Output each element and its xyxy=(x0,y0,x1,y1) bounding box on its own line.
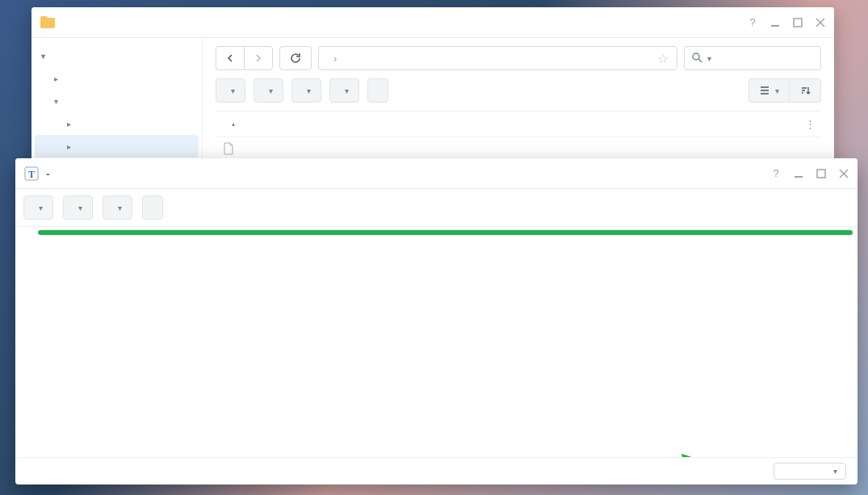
close-icon[interactable] xyxy=(838,168,849,179)
nav-back-button[interactable] xyxy=(216,46,244,70)
caret-down-icon: ▾ xyxy=(54,97,62,106)
editor-content[interactable] xyxy=(54,230,858,457)
view-list-button[interactable]: ▾ xyxy=(748,78,789,103)
file-station-app-icon xyxy=(40,15,56,31)
chevron-down-icon[interactable]: ▾ xyxy=(707,54,711,63)
maximize-icon[interactable] xyxy=(816,168,827,179)
tree-item-recycle[interactable]: ▸ xyxy=(35,112,199,135)
favorite-star-icon[interactable]: ☆ xyxy=(657,51,669,66)
table-header: ▴ ⋮ xyxy=(216,111,821,137)
close-icon[interactable] xyxy=(815,17,826,28)
caret-down-icon: ▾ xyxy=(41,52,49,61)
tree-item-pxeboot[interactable]: ▾ xyxy=(35,90,199,112)
chevron-right-icon: › xyxy=(333,52,337,65)
text-editor-title: - xyxy=(46,167,50,180)
tree-root[interactable]: ▾ xyxy=(35,44,199,67)
file-table: ▴ ⋮ xyxy=(216,111,821,163)
syntax-select[interactable]: ▾ xyxy=(774,463,846,480)
text-editor-app-icon: T xyxy=(23,166,40,182)
file-station-titlebar: ? xyxy=(31,7,834,38)
sort-button[interactable] xyxy=(789,78,821,103)
nav-buttons xyxy=(216,46,273,70)
svg-rect-3 xyxy=(794,19,802,27)
search-menu-button[interactable]: ▾ xyxy=(103,195,132,220)
svg-rect-17 xyxy=(817,170,825,178)
upload-button[interactable]: ▾ xyxy=(254,78,283,103)
breadcrumb[interactable]: › ☆ xyxy=(318,46,677,70)
text-editor-toolbar: ▾ ▾ ▾ xyxy=(15,189,858,227)
caret-right-icon: ▸ xyxy=(54,74,62,83)
editor-area[interactable] xyxy=(15,227,858,457)
nav-forward-button[interactable] xyxy=(244,46,273,70)
tree-item-files[interactable]: ▸ xyxy=(35,67,199,90)
tree-item-pxelinux-cfg[interactable]: ▸ xyxy=(35,135,199,157)
file-menu-button[interactable]: ▾ xyxy=(23,195,53,220)
tools-button[interactable]: ▾ xyxy=(329,78,359,103)
search-input[interactable] xyxy=(716,52,834,65)
search-icon xyxy=(691,52,702,65)
col-name-header[interactable]: ▴ xyxy=(216,120,450,128)
sort-asc-icon: ▴ xyxy=(232,120,235,128)
col-menu-icon[interactable]: ⋮ xyxy=(799,118,821,130)
svg-line-7 xyxy=(698,59,702,62)
file-station-window-controls: ? xyxy=(747,17,826,28)
settings-button[interactable] xyxy=(367,78,388,103)
edit-menu-button[interactable]: ▾ xyxy=(63,195,93,220)
maximize-icon[interactable] xyxy=(792,17,803,28)
help-icon[interactable]: ? xyxy=(770,168,782,179)
text-editor-titlebar: T - ? xyxy=(15,158,858,189)
preferences-button[interactable] xyxy=(142,195,163,220)
help-icon[interactable]: ? xyxy=(747,17,758,28)
svg-point-6 xyxy=(693,53,699,60)
action-button[interactable]: ▾ xyxy=(291,78,321,103)
create-button[interactable]: ▾ xyxy=(216,78,245,103)
text-editor-statusbar: ▾ xyxy=(15,457,858,485)
search-box[interactable]: ▾ xyxy=(684,46,821,70)
caret-right-icon: ▸ xyxy=(67,120,75,128)
svg-rect-1 xyxy=(40,16,48,20)
svg-text:T: T xyxy=(28,168,36,180)
caret-right-icon: ▸ xyxy=(67,142,75,151)
line-number-gutter xyxy=(15,230,54,457)
refresh-button[interactable] xyxy=(279,46,312,70)
chevron-down-icon: ▾ xyxy=(833,467,837,476)
text-editor-window-controls: ? xyxy=(770,168,849,179)
file-icon xyxy=(222,142,235,157)
minimize-icon[interactable] xyxy=(769,17,781,28)
minimize-icon[interactable] xyxy=(793,168,804,179)
text-editor-window: T - ? ▾ ▾ ▾ ▾ xyxy=(15,158,858,485)
